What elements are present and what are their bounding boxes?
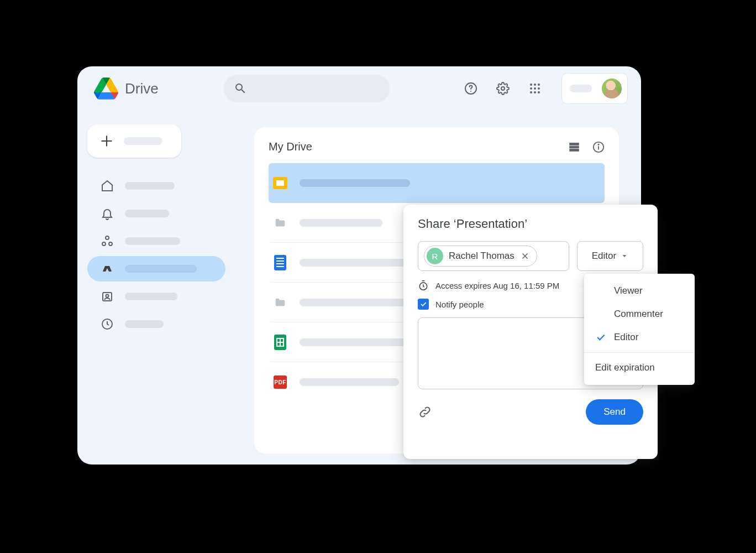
apps-button[interactable] [524, 77, 546, 100]
role-option-label: Edit expiration [595, 362, 655, 373]
svg-point-13 [106, 295, 109, 298]
sidebar-item-shared[interactable] [87, 284, 225, 309]
sidebar-item-mydrive[interactable] [87, 256, 225, 281]
file-name-placeholder [300, 179, 410, 187]
file-name-placeholder [300, 219, 382, 227]
sheets-icon [273, 335, 287, 349]
apps-icon [528, 82, 542, 95]
clock-icon [101, 317, 114, 331]
pdf-icon: PDF [273, 375, 287, 389]
svg-point-0 [530, 84, 532, 86]
search-icon [234, 82, 247, 95]
sidebar-item-activity[interactable] [87, 201, 225, 226]
home-icon [101, 179, 114, 192]
workspaces-icon [101, 234, 114, 248]
expiration-text: Access expires Aug 16, 11:59 PM [435, 281, 559, 290]
settings-button[interactable] [492, 77, 514, 100]
svg-point-4 [534, 87, 536, 90]
sidebar [87, 124, 225, 339]
app-header: Drive [77, 66, 641, 111]
help-button[interactable] [460, 77, 482, 100]
role-option-commenter[interactable]: Commenter [584, 302, 695, 326]
chip-remove-icon[interactable] [520, 251, 530, 261]
content-title[interactable]: My Drive [269, 140, 312, 153]
svg-rect-16 [570, 146, 579, 148]
svg-point-2 [538, 84, 540, 86]
timer-icon [418, 280, 429, 291]
account-switcher[interactable] [561, 73, 628, 104]
new-button[interactable] [87, 124, 181, 158]
notify-checkbox[interactable] [418, 299, 429, 310]
role-option-editor[interactable]: Editor [584, 326, 695, 349]
person-chip[interactable]: R Rachel Thomas [424, 246, 537, 267]
role-dropdown[interactable]: Editor [577, 241, 643, 271]
new-button-label-placeholder [124, 137, 162, 145]
notify-label: Notify people [435, 300, 484, 309]
sidebar-item-label [125, 210, 169, 217]
role-option-label: Commenter [614, 309, 663, 320]
help-icon [464, 82, 477, 95]
folder-icon [273, 295, 287, 310]
drive-logo-icon [94, 77, 118, 100]
info-icon[interactable] [592, 141, 605, 153]
svg-point-7 [534, 91, 536, 93]
share-dialog-title: Share ‘Presentation’ [418, 217, 643, 231]
svg-point-11 [109, 242, 112, 246]
check-icon [595, 332, 606, 343]
slides-icon [273, 176, 287, 190]
svg-point-8 [538, 91, 540, 93]
svg-point-6 [530, 91, 532, 93]
role-option-viewer[interactable]: Viewer [584, 279, 695, 302]
svg-point-9 [106, 236, 109, 239]
user-avatar[interactable] [601, 77, 623, 100]
svg-rect-15 [570, 143, 579, 145]
sidebar-item-home[interactable] [87, 173, 225, 199]
file-name-placeholder [300, 259, 410, 267]
svg-point-5 [538, 87, 540, 90]
plus-icon [99, 134, 114, 148]
sidebar-item-label [125, 293, 177, 300]
role-dropdown-label: Editor [592, 251, 616, 262]
sidebar-item-label [125, 237, 180, 245]
person-chip-name: Rachel Thomas [449, 251, 514, 262]
content-header: My Drive [269, 140, 605, 153]
bell-icon [101, 207, 114, 220]
share-people-input[interactable]: R Rachel Thomas [418, 241, 569, 271]
app-logo: Drive [94, 77, 159, 100]
sidebar-item-label [125, 265, 197, 273]
sidebar-item-label [125, 320, 164, 328]
list-view-icon[interactable] [568, 141, 580, 153]
search-input[interactable] [224, 75, 390, 102]
svg-point-20 [598, 144, 599, 145]
svg-rect-17 [570, 149, 579, 151]
person-chip-avatar: R [427, 248, 443, 264]
svg-point-1 [534, 84, 536, 86]
check-icon [419, 300, 427, 308]
file-row-slides[interactable] [269, 163, 605, 203]
gear-icon [496, 82, 510, 95]
role-menu: Viewer Commenter Editor Edit expiration [584, 274, 695, 385]
role-option-label: Viewer [614, 285, 643, 296]
drive-icon [101, 262, 114, 275]
app-name: Drive [125, 80, 159, 97]
account-label-placeholder [570, 85, 592, 92]
folder-icon [273, 216, 287, 230]
docs-icon [273, 255, 287, 270]
role-option-edit-expiration[interactable]: Edit expiration [584, 356, 695, 379]
sidebar-item-workspaces[interactable] [87, 228, 225, 254]
sidebar-item-label [125, 182, 175, 190]
send-button[interactable]: Send [586, 399, 643, 425]
sidebar-item-recent[interactable] [87, 311, 225, 337]
copy-link-icon[interactable] [418, 405, 432, 419]
caret-down-icon [621, 252, 628, 260]
file-name-placeholder [300, 378, 399, 386]
svg-point-10 [102, 242, 106, 246]
shared-icon [101, 290, 114, 303]
menu-divider [584, 352, 695, 353]
role-option-label: Editor [614, 332, 638, 343]
svg-point-3 [530, 87, 532, 90]
